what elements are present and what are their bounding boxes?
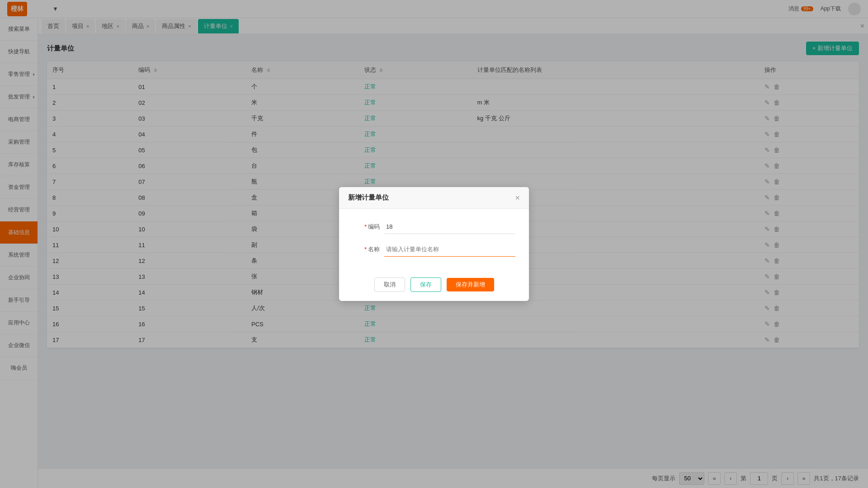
modal-overlay: 新增计量单位 × 编码 名称 取消 保存 保存并新增 [0,0,868,488]
dialog-footer: 取消 保存 保存并新增 [339,272,529,301]
name-field-row: 名称 [353,242,515,257]
save-and-new-button[interactable]: 保存并新增 [447,278,494,291]
dialog-header: 新增计量单位 × [339,187,529,209]
code-field-row: 编码 [353,220,515,234]
save-button[interactable]: 保存 [410,277,441,292]
name-input[interactable] [384,242,515,257]
code-input[interactable] [384,220,515,234]
dialog-close-button[interactable]: × [515,194,520,202]
add-unit-dialog: 新增计量单位 × 编码 名称 取消 保存 保存并新增 [339,187,529,301]
name-label: 名称 [353,245,380,253]
dialog-title: 新增计量单位 [348,193,389,202]
cancel-button[interactable]: 取消 [374,277,405,292]
code-label: 编码 [353,223,380,231]
dialog-body: 编码 名称 [339,209,529,272]
